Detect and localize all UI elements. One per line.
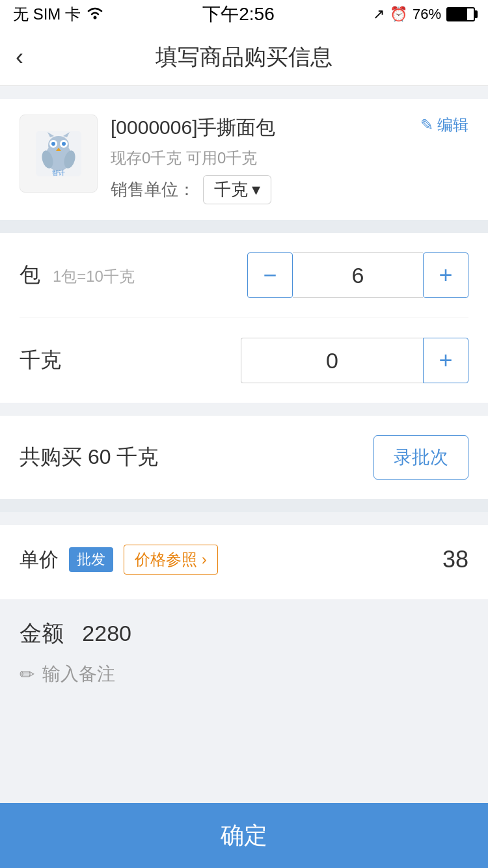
status-right: ↗ ⏰ 76% [373, 6, 475, 23]
input-section: 包 1包=10千克 − + 千克 + [0, 233, 488, 403]
unit-value: 千克 [214, 178, 248, 201]
amount-value: 2280 [82, 621, 131, 645]
remark-row[interactable]: ✏ 输入备注 [20, 662, 468, 686]
svg-text:智计: 智计 [52, 169, 65, 176]
kg-input[interactable] [241, 338, 423, 383]
svg-point-6 [51, 142, 55, 146]
package-row: 包 1包=10千克 − + [20, 233, 468, 318]
carrier-text: 无 SIM 卡 [13, 4, 81, 25]
back-button[interactable]: ‹ [16, 44, 23, 71]
batch-button[interactable]: 录批次 [373, 435, 468, 480]
location-icon: ↗ [373, 6, 385, 23]
unit-label: 销售单位： [111, 178, 195, 201]
edit-icon: ✎ [420, 116, 433, 134]
price-label: 单价 [20, 547, 59, 573]
summary-section: 共购买 60 千克 录批次 [0, 416, 488, 499]
price-section: 单价 批发 价格参照 › 38 [0, 525, 488, 599]
package-label: 包 1包=10千克 [20, 261, 247, 290]
nav-title: 填写商品购买信息 [156, 42, 332, 72]
product-image: 智计 [20, 115, 98, 193]
kg-row: 千克 + [20, 318, 468, 403]
package-plus-button[interactable]: + [423, 252, 468, 298]
amount-label: 金额 [20, 621, 64, 645]
section-divider-2 [0, 499, 488, 512]
status-left: 无 SIM 卡 [13, 4, 104, 25]
confirm-button[interactable]: 确定 [0, 803, 488, 868]
product-stock: 现存0千克 可用0千克 [111, 148, 468, 169]
price-row: 单价 批发 价格参照 › 38 [20, 545, 468, 575]
product-name: [0000006]手撕面包 [111, 115, 468, 141]
package-controls: − + [247, 252, 468, 298]
amount-section: 金额 2280 ✏ 输入备注 [0, 599, 488, 699]
product-logo: 智计 [36, 131, 81, 176]
alarm-icon: ⏰ [390, 6, 407, 23]
battery-label: 76% [413, 6, 441, 23]
kg-controls: + [241, 338, 468, 383]
status-time: 下午2:56 [202, 2, 275, 27]
battery-icon [446, 7, 475, 21]
kg-plus-button[interactable]: + [423, 338, 468, 383]
price-value: 38 [442, 546, 468, 573]
amount-text: 金额 2280 [20, 619, 468, 649]
edit-button[interactable]: ✎ 编辑 [420, 115, 468, 135]
product-card: 智计 [0000006]手撕面包 现存0千克 可用0千克 销售单位： 千克 ▾ … [0, 99, 488, 220]
section-divider-1 [0, 220, 488, 233]
summary-text: 共购买 60 千克 [20, 443, 158, 472]
package-hint: 1包=10千克 [53, 267, 135, 285]
package-input[interactable] [293, 252, 423, 298]
wifi-icon [86, 5, 104, 23]
remark-icon: ✏ [20, 664, 34, 685]
dropdown-arrow-icon: ▾ [252, 180, 260, 200]
package-minus-button[interactable]: − [247, 252, 293, 298]
product-unit: 销售单位： 千克 ▾ [111, 175, 468, 204]
svg-point-0 [94, 16, 97, 20]
status-bar: 无 SIM 卡 下午2:56 ↗ ⏰ 76% [0, 0, 488, 29]
remark-placeholder: 输入备注 [42, 662, 115, 686]
kg-label: 千克 [20, 346, 241, 375]
price-tag: 批发 [69, 547, 113, 572]
nav-bar: ‹ 填写商品购买信息 [0, 29, 488, 86]
svg-point-7 [62, 142, 66, 146]
product-info: [0000006]手撕面包 现存0千克 可用0千克 销售单位： 千克 ▾ [111, 115, 468, 204]
price-ref-button[interactable]: 价格参照 › [124, 545, 218, 575]
unit-dropdown[interactable]: 千克 ▾ [203, 175, 271, 204]
edit-label: 编辑 [437, 115, 468, 135]
